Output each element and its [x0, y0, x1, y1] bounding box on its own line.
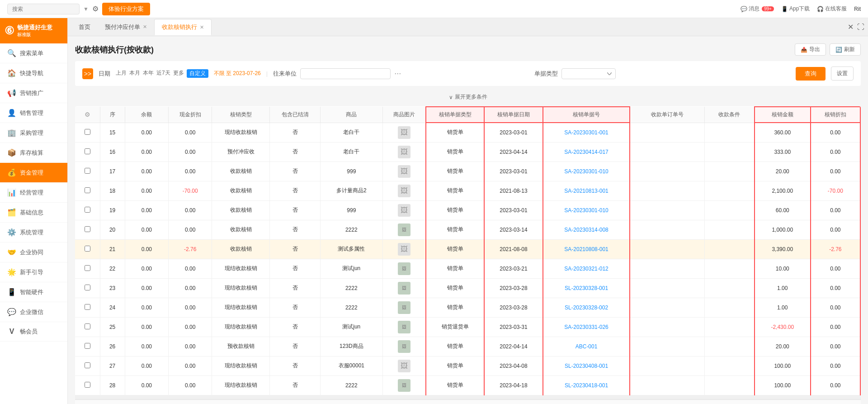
tab-prepay-offset[interactable]: 预付冲应付单 ✕ [98, 19, 154, 35]
export-button[interactable]: 📤 导出 [795, 43, 826, 56]
bill-type-select[interactable] [561, 68, 616, 79]
td-checkbox[interactable] [75, 162, 100, 181]
td-checkbox[interactable] [75, 181, 100, 200]
search-input[interactable] [7, 4, 80, 14]
bill-no-link[interactable]: SL-20230408-001 [565, 363, 608, 369]
td-checkbox[interactable] [75, 278, 100, 298]
bill-no-link[interactable]: SA-20230414-017 [564, 149, 608, 155]
bill-no-link[interactable]: SA-20230321-012 [564, 266, 608, 272]
row-checkbox[interactable] [85, 304, 90, 310]
td-receipt-cond [705, 278, 755, 298]
sidebar-item-chang-member[interactable]: V 畅会员 [0, 322, 67, 342]
td-checkbox[interactable] [75, 298, 100, 317]
bill-no-link[interactable]: SA-20230301-010 [564, 168, 608, 175]
bill-no-link[interactable]: SA-20230301-010 [564, 207, 608, 214]
td-checkbox[interactable] [75, 123, 100, 142]
bill-no-link[interactable]: SL-20230328-001 [565, 285, 608, 291]
row-checkbox[interactable] [85, 382, 90, 388]
filter-toggle-button[interactable]: >> [82, 68, 93, 79]
messages-area[interactable]: 💬 消息 99+ [741, 5, 774, 13]
horizontal-scrollbar[interactable] [75, 395, 861, 399]
bill-no-link[interactable]: SL-20230328-002 [565, 304, 608, 311]
gear-icon[interactable]: ⚙ [92, 5, 99, 13]
td-goods: 2222 [320, 298, 382, 317]
bill-no-link[interactable]: SA-20210808-001 [564, 246, 608, 252]
online-service-link[interactable]: 🎧 在线客服 [817, 5, 847, 13]
bill-no-link[interactable]: SA-20230301-001 [564, 129, 608, 136]
industry-solution-button[interactable]: 体验行业方案 [102, 3, 150, 15]
date-last-month[interactable]: 上月 [116, 69, 127, 78]
column-settings-icon[interactable]: ⚙ [85, 111, 90, 118]
td-checkbox[interactable] [75, 200, 100, 220]
td-receipt-cond [705, 356, 755, 375]
row-checkbox[interactable] [85, 129, 90, 135]
row-checkbox[interactable] [85, 226, 90, 232]
settings-button[interactable]: 设置 [831, 67, 854, 81]
row-checkbox[interactable] [85, 187, 90, 193]
sidebar-item-search-menu[interactable]: 🔍 搜索菜单 [0, 43, 67, 63]
bill-no-link[interactable]: SA-20230331-026 [564, 324, 608, 330]
date-7days[interactable]: 近7天 [156, 69, 170, 78]
bill-no-link[interactable]: ABC-001 [576, 343, 598, 350]
sidebar-item-sysconfig[interactable]: ⚙️ 系统管理 [0, 223, 67, 242]
td-receipt-order-no [630, 259, 704, 278]
td-checkbox[interactable] [75, 337, 100, 356]
tab-maximize-btn[interactable]: ⛶ [857, 23, 864, 31]
row-checkbox[interactable] [85, 323, 90, 329]
row-checkbox[interactable] [85, 246, 90, 252]
date-more[interactable]: 更多 [173, 69, 184, 78]
sidebar-item-capital[interactable]: 💰 资金管理 [0, 163, 67, 183]
td-checkbox[interactable] [75, 259, 100, 278]
sidebar-item-purchase[interactable]: 🏢 采购管理 [0, 123, 67, 143]
sidebar-item-label: 库存核算 [20, 149, 43, 157]
td-checkbox[interactable] [75, 317, 100, 337]
row-checkbox[interactable] [85, 343, 90, 349]
row-checkbox[interactable] [85, 362, 90, 368]
sidebar-item-sales[interactable]: 👤 销售管理 [0, 103, 67, 123]
sidebar-item-baseinfo[interactable]: 🗂️ 基础信息 [0, 203, 67, 223]
date-this-year[interactable]: 本年 [143, 69, 154, 78]
tab-home[interactable]: 首页 [71, 19, 98, 35]
counterparty-dots[interactable]: ··· [394, 69, 401, 78]
expand-more-conditions[interactable]: ∨ 展开更多条件 [75, 91, 861, 103]
bill-no-link[interactable]: SA-20230314-008 [564, 227, 608, 233]
tab-receipt-label: 收款核销执行 [162, 23, 197, 31]
app-download-link[interactable]: 📱 App下载 [781, 5, 810, 13]
td-checkbox[interactable] [75, 239, 100, 259]
bill-no-link[interactable]: SA-20210813-001 [564, 188, 608, 194]
th-settings[interactable]: ⚙ [75, 107, 100, 123]
bill-no-link[interactable]: SL-20230418-001 [565, 382, 608, 389]
td-checkbox[interactable] [75, 142, 100, 162]
td-writeoff-type: 现结收款核销 [212, 298, 270, 317]
sidebar-item-marketing[interactable]: 📢 营销推广 [0, 83, 67, 103]
sidebar-item-enterprise-collab[interactable]: 🤝 企业协同 [0, 242, 67, 262]
counterparty-input[interactable] [300, 68, 391, 79]
tab-receipt-writeoff[interactable]: 收款核销执行 ✕ [154, 19, 212, 35]
row-checkbox[interactable] [85, 207, 90, 213]
td-checkbox[interactable] [75, 356, 100, 375]
date-this-month[interactable]: 本月 [129, 69, 140, 78]
tab-prepay-close[interactable]: ✕ [143, 24, 147, 30]
sidebar-item-inventory[interactable]: 📦 库存核算 [0, 143, 67, 163]
sidebar-item-enterprise-wechat[interactable]: 💬 企业微信 [0, 302, 67, 322]
tab-receipt-close[interactable]: ✕ [200, 24, 204, 30]
refresh-button[interactable]: 🔄 刷新 [830, 43, 861, 56]
tab-close-window-btn[interactable]: ✕ [848, 23, 854, 31]
query-button[interactable]: 查询 [796, 67, 826, 81]
row-checkbox[interactable] [85, 148, 90, 154]
td-checkbox[interactable] [75, 220, 100, 239]
row-checkbox[interactable] [85, 265, 90, 271]
td-checkbox[interactable] [75, 375, 100, 395]
date-custom[interactable]: 自定义 [187, 69, 208, 78]
sidebar-item-business[interactable]: 📊 经营管理 [0, 183, 67, 203]
filter-divider-1: | [266, 70, 268, 77]
row-checkbox[interactable] [85, 168, 90, 174]
sidebar-item-quick-nav[interactable]: 🏠 快捷导航 [0, 63, 67, 83]
table-footer: 40,556,66... 952.24 [75, 399, 861, 404]
sidebar-item-smart-hardware[interactable]: 📱 智能硬件 [0, 282, 67, 302]
sidebar-item-label: 搜索菜单 [20, 49, 43, 57]
row-checkbox[interactable] [85, 285, 90, 290]
user-name[interactable]: Rit [854, 6, 861, 12]
sidebar-item-newbie[interactable]: 🌟 新手引导 [0, 262, 67, 282]
td-balance: 0.00 [125, 375, 168, 395]
